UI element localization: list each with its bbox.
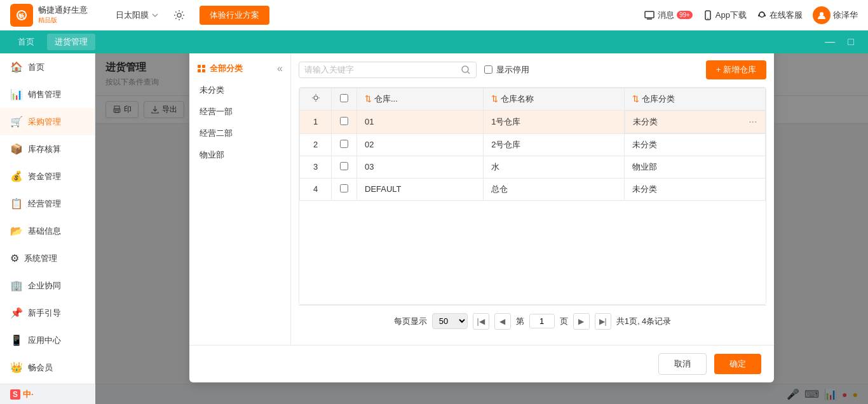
messages-label: 消息 [658,10,674,21]
logo-text-area: 畅捷通好生意 精品版 [38,5,88,25]
sidebar-item-basic[interactable]: 📂 基础信息 [0,217,95,245]
sidebar-item-apps[interactable]: 📱 应用中心 [0,327,95,354]
row-select-2[interactable] [340,140,348,148]
user-item[interactable]: 徐泽华 [813,6,858,24]
sidebar-item-enterprise-label: 企业协同 [28,280,61,292]
gear-icon [173,10,185,21]
row-checkbox[interactable] [332,110,357,133]
table-row[interactable]: 2 02 2号仓库 未分类 [300,133,766,156]
chevron-down-icon [151,11,159,19]
page-input[interactable] [529,314,555,328]
row-code: DEFAULT [357,178,484,200]
category-item-ops1[interactable]: 经营一部 [189,101,290,123]
sidebar: 🏠 首页 📊 销售管理 🛒 采购管理 📦 库存核算 💰 资金管理 📋 经营管理 … [0,53,95,404]
row-checkbox[interactable] [332,156,357,178]
nav-maximize-icon[interactable]: □ [844,35,858,49]
svg-rect-14 [198,69,201,72]
modal-body: 全部分类 « 未分类 经营一部 经营二部 物业部 [189,53,774,345]
col-name-header: ⇅仓库名称 [484,88,625,110]
row-category: 未分类 ··· [625,111,765,133]
basic-icon: 📂 [10,225,23,237]
row-name: 水 [484,156,625,178]
row-checkbox[interactable] [332,133,357,156]
first-page-button[interactable]: |◀ [473,313,489,330]
row-code: 03 [357,156,484,178]
sidebar-item-finance[interactable]: 💰 资金管理 [0,163,95,190]
main-content: 进货管理 按以下条件查询 印 导出 刷新 查询 设置 [95,53,868,404]
sidebar-item-basic-label: 基础信息 [28,226,61,237]
message-icon [644,10,655,21]
per-page-select[interactable]: 50 20 100 [432,313,468,329]
select-all-checkbox[interactable] [340,94,348,102]
nav-minimize-icon[interactable]: — [821,35,839,49]
row-actions-1[interactable]: ··· [749,116,757,128]
sidebar-item-guide[interactable]: 📌 新手引导 [0,299,95,327]
trial-button[interactable]: 体验行业方案 [200,6,269,25]
row-code: 02 [357,133,484,156]
warehouse-table: ⇅仓库... ⇅仓库名称 ⇅仓库分类 [299,88,766,201]
sidebar-item-operations[interactable]: 📋 经营管理 [0,190,95,217]
row-select-1[interactable] [340,117,348,125]
per-page-label: 每页显示 [394,316,427,327]
show-disabled-checkbox[interactable] [484,65,492,74]
settings-icon[interactable] [169,5,189,25]
row-checkbox[interactable] [332,178,357,200]
sidebar-item-member-label: 畅会员 [28,362,53,374]
sidebar-item-sales[interactable]: 📊 销售管理 [0,81,95,108]
secondary-nav-right: — □ [821,35,858,49]
row-no: 2 [300,133,332,156]
category-item-uncategorized[interactable]: 未分类 [189,79,290,101]
table-row[interactable]: 1 01 1号仓库 未分类 ··· [300,110,766,133]
page-prefix-label: 第 [516,316,524,327]
sidebar-item-member[interactable]: 👑 畅会员 [0,354,95,381]
row-select-3[interactable] [340,162,348,170]
sidebar-item-stock[interactable]: 📦 库存核算 [0,135,95,163]
search-icon[interactable] [461,65,471,75]
logo-badge: 精品版 [38,16,88,25]
row-name: 1号仓库 [484,110,625,133]
nav-tab-home[interactable]: 首页 [10,34,42,50]
collapse-sidebar-button[interactable]: « [277,63,283,74]
sidebar-item-purchase[interactable]: 🛒 采购管理 [0,108,95,135]
messages-item[interactable]: 消息 99+ [644,10,693,21]
bottom-logo-s: S [10,389,20,400]
sidebar-item-stock-label: 库存核算 [28,144,61,155]
sales-icon: 📊 [10,88,23,100]
service-item[interactable]: 在线客服 [757,10,803,21]
svg-point-1 [177,13,181,17]
col-settings-icon[interactable] [311,93,320,102]
search-input[interactable] [304,65,457,74]
svg-text:畅: 畅 [18,13,24,19]
confirm-button[interactable]: 确定 [714,354,761,374]
nav-tab-purchase[interactable]: 进货管理 [47,34,95,50]
col-settings [300,88,332,110]
row-select-4[interactable] [340,184,348,192]
table-row[interactable]: 3 03 水 物业部 [300,156,766,178]
category-item-property[interactable]: 物业部 [189,144,290,166]
modal-overlay: 仓库 × [95,53,868,404]
system-icon: ⚙ [10,252,19,264]
header-right: 消息 99+ App下载 在线客服 徐泽华 [644,6,858,24]
add-warehouse-button[interactable]: + 新增仓库 [706,60,766,79]
prev-page-button[interactable]: ◀ [494,313,511,330]
sidebar-item-home[interactable]: 🏠 首页 [0,53,95,81]
store-name: 日太阳膜 [116,10,149,21]
operations-icon: 📋 [10,198,23,210]
svg-rect-6 [758,15,759,17]
table-row[interactable]: 4 DEFAULT 总仓 未分类 [300,178,766,200]
cancel-button[interactable]: 取消 [658,353,707,375]
logo-area: 畅 畅捷通好生意 精品版 [10,4,105,27]
sidebar-item-system[interactable]: ⚙ 系统管理 [0,245,95,272]
modal-sidebar: 全部分类 « 未分类 经营一部 经营二部 物业部 [189,53,291,345]
app-download-item[interactable]: App下载 [703,10,747,21]
sidebar-item-enterprise[interactable]: 🏢 企业协同 [0,272,95,299]
last-page-button[interactable]: ▶| [595,313,611,330]
table-body: 1 01 1号仓库 未分类 ··· [300,110,766,200]
store-selector[interactable]: 日太阳膜 [116,10,159,21]
next-page-button[interactable]: ▶ [573,313,590,330]
show-disabled-label[interactable]: 显示停用 [484,64,529,76]
modal-toolbar: 显示停用 + 新增仓库 [299,60,766,79]
member-icon: 👑 [10,361,23,374]
row-code: 01 [357,110,484,133]
category-item-ops2[interactable]: 经营二部 [189,123,290,144]
